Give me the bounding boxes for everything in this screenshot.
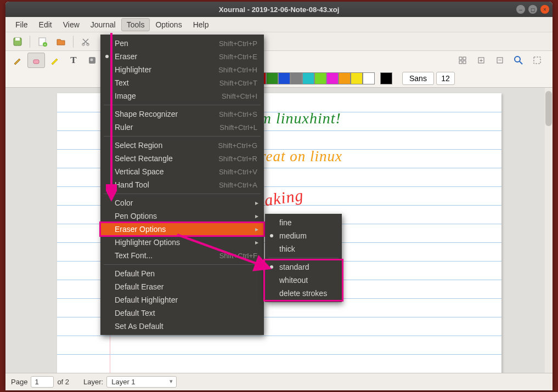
separator <box>104 105 261 105</box>
separator <box>104 194 261 194</box>
fullscreen-icon[interactable] <box>528 53 546 68</box>
color-white[interactable] <box>363 72 375 84</box>
svg-rect-13 <box>463 57 466 60</box>
eraser-modes-annotation: standard whiteout delete strokes <box>265 260 342 300</box>
menu-help[interactable]: Help <box>188 18 215 31</box>
eraser-delete-strokes[interactable]: delete strokes <box>265 287 342 300</box>
svg-rect-1 <box>15 38 20 41</box>
page-select-icon[interactable] <box>454 53 471 68</box>
page-label: Page <box>11 378 27 386</box>
eraser-whiteout[interactable]: whiteout <box>265 274 342 287</box>
color-yellow[interactable] <box>351 72 363 84</box>
text-tool-icon[interactable]: T <box>65 53 82 68</box>
scrollbar-thumb[interactable] <box>545 91 552 126</box>
close-button[interactable]: × <box>540 5 549 14</box>
menu-tools[interactable]: Tools <box>121 18 150 31</box>
svg-point-20 <box>515 56 520 62</box>
window-title: Xournal - 2019-12-06-Note-08-43.xoj <box>219 5 340 14</box>
menu-default-pen[interactable]: Default Pen <box>100 267 264 280</box>
menu-pen-options[interactable]: Pen Options <box>100 209 264 223</box>
color-orange[interactable] <box>339 72 351 84</box>
minimize-button[interactable]: – <box>516 5 525 14</box>
style-bar: Sans 12 <box>5 69 553 88</box>
zoom-in-icon[interactable]: + <box>472 53 490 68</box>
menu-pen[interactable]: PenShift+Ctrl+P <box>100 37 264 50</box>
tools-dropdown: PenShift+Ctrl+P EraserShift+Ctrl+E Highl… <box>100 35 264 335</box>
menu-vertical-space[interactable]: Vertical SpaceShift+Ctrl+V <box>100 165 264 178</box>
color-cyan[interactable] <box>302 72 314 84</box>
separator <box>30 36 30 48</box>
menu-eraser-options[interactable]: Eraser Options <box>100 223 264 236</box>
separator <box>104 264 261 265</box>
vertical-scrollbar[interactable] <box>545 88 553 373</box>
svg-rect-15 <box>463 61 466 64</box>
maximize-button[interactable]: ◻ <box>528 5 537 14</box>
svg-text:+: + <box>480 57 483 64</box>
highlighter-tool-icon[interactable] <box>46 53 64 68</box>
window-controls: – ◻ × <box>516 5 549 14</box>
font-family-select[interactable]: Sans <box>402 72 434 85</box>
menu-edit[interactable]: Edit <box>33 18 58 31</box>
menubar: File Edit View Journal Tools Options Hel… <box>5 17 553 32</box>
eraser-thick[interactable]: thick <box>265 242 342 255</box>
eraser-fine[interactable]: fine <box>265 216 342 229</box>
eraser-tool-icon[interactable] <box>27 53 45 68</box>
eraser-standard[interactable]: standard <box>265 260 342 274</box>
color-gray[interactable] <box>290 72 302 84</box>
menu-color[interactable]: Color <box>100 196 264 209</box>
layer-label: Layer: <box>83 378 103 386</box>
menu-default-text[interactable]: Default Text <box>100 306 264 320</box>
menu-select-region[interactable]: Select RegionShift+Ctrl+G <box>100 139 264 152</box>
menu-text[interactable]: TextShift+Ctrl+T <box>100 76 264 89</box>
svg-point-11 <box>91 58 93 61</box>
menu-hand-tool[interactable]: Hand ToolShift+Ctrl+A <box>100 178 264 191</box>
color-blue[interactable] <box>278 72 290 84</box>
font-size-spin[interactable]: 12 <box>436 72 455 85</box>
separator <box>73 36 74 48</box>
menu-default-highlighter[interactable]: Default Highlighter <box>100 293 264 306</box>
svg-rect-9 <box>33 60 39 64</box>
image-tool-icon[interactable] <box>83 53 101 68</box>
menu-ruler[interactable]: RulerShift+Ctrl+L <box>100 121 264 134</box>
svg-text:−: − <box>498 56 501 63</box>
svg-text:+: + <box>44 43 46 47</box>
menu-default-eraser[interactable]: Default Eraser <box>100 280 264 293</box>
app-window: Xournal - 2019-12-06-Note-08-43.xoj – ◻ … <box>5 2 553 390</box>
color-green[interactable] <box>266 72 278 84</box>
new-page-icon[interactable]: + <box>33 34 51 49</box>
menu-file[interactable]: File <box>10 18 33 31</box>
color-custom[interactable] <box>380 72 392 84</box>
zoom-out-icon[interactable]: − <box>491 53 509 68</box>
layer-select[interactable]: Layer 1 <box>106 376 177 388</box>
page-number-input[interactable]: 1 <box>31 376 54 388</box>
menu-highlighter[interactable]: HighlighterShift+Ctrl+H <box>100 63 264 76</box>
main-toolbar: + <box>5 32 553 51</box>
statusbar: Page 1 of 2 Layer: Layer 1 <box>5 373 553 390</box>
cut-icon[interactable] <box>77 34 94 49</box>
separator <box>268 258 339 258</box>
menu-view[interactable]: View <box>58 18 85 31</box>
menu-journal[interactable]: Journal <box>85 18 121 31</box>
zoom-icon[interactable] <box>510 53 527 68</box>
svg-rect-21 <box>534 57 540 64</box>
pen-tool-icon[interactable] <box>9 53 26 68</box>
page-of-label: of 2 <box>57 378 69 386</box>
menu-image[interactable]: ImageShift+Ctrl+I <box>100 89 264 103</box>
eraser-options-submenu: fine medium thick standard whiteout dele… <box>265 214 342 302</box>
separator <box>104 136 261 137</box>
menu-text-font[interactable]: Text Font...Shift+Ctrl+F <box>100 249 264 262</box>
eraser-medium[interactable]: medium <box>265 229 342 242</box>
svg-rect-14 <box>459 61 462 64</box>
svg-rect-12 <box>459 57 462 60</box>
titlebar: Xournal - 2019-12-06-Note-08-43.xoj – ◻ … <box>5 2 553 17</box>
menu-highlighter-options[interactable]: Highlighter Options <box>100 236 264 249</box>
open-icon[interactable] <box>52 34 70 49</box>
menu-select-rectangle[interactable]: Select RectangleShift+Ctrl+R <box>100 152 264 165</box>
menu-eraser[interactable]: EraserShift+Ctrl+E <box>100 50 264 63</box>
color-magenta[interactable] <box>326 72 339 84</box>
menu-options[interactable]: Options <box>150 18 187 31</box>
menu-shape-recognizer[interactable]: Shape RecognizerShift+Ctrl+S <box>100 107 264 121</box>
save-icon[interactable] <box>9 34 26 49</box>
color-lime[interactable] <box>314 72 326 84</box>
menu-set-as-default[interactable]: Set As Default <box>100 320 264 333</box>
